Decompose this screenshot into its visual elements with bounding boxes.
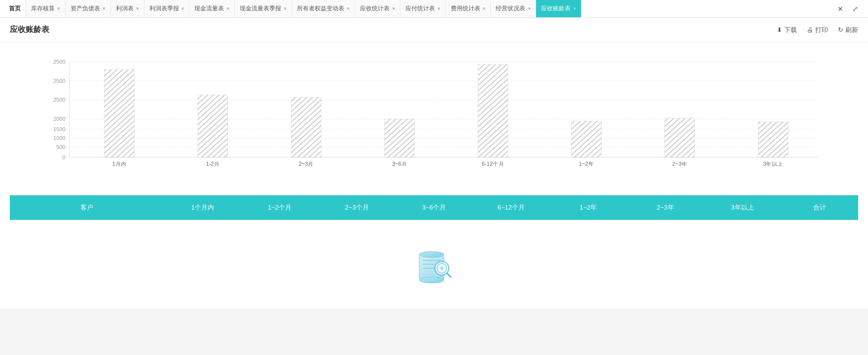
svg-point-36 bbox=[419, 251, 444, 257]
svg-text:2500: 2500 bbox=[53, 97, 66, 103]
svg-rect-26 bbox=[478, 65, 508, 157]
window-close-button[interactable]: ✕ bbox=[835, 4, 845, 14]
svg-text:2500: 2500 bbox=[53, 59, 66, 64]
svg-rect-24 bbox=[385, 119, 415, 158]
svg-text:1500: 1500 bbox=[53, 126, 66, 132]
svg-text:1000: 1000 bbox=[53, 135, 66, 141]
svg-text:1-2月: 1-2月 bbox=[206, 161, 220, 166]
col-2-3m: 2~3个月 bbox=[318, 195, 395, 220]
svg-text:0: 0 bbox=[62, 154, 65, 160]
col-customer: 客户 bbox=[10, 195, 164, 220]
tab-close-ar-stats[interactable]: × bbox=[392, 6, 395, 11]
svg-text:2~3年: 2~3年 bbox=[672, 161, 687, 166]
svg-text:3~6月: 3~6月 bbox=[392, 161, 407, 166]
col-1m: 1个月内 bbox=[164, 195, 241, 220]
tab-home[interactable]: 首页 bbox=[4, 0, 26, 18]
tab-close-profit-quarter[interactable]: × bbox=[181, 6, 184, 11]
tab-equity[interactable]: 所有者权益变动表 × bbox=[292, 0, 355, 18]
svg-text:500: 500 bbox=[56, 144, 66, 150]
tab-ar-aging[interactable]: 应收账龄表 × bbox=[536, 0, 581, 18]
tab-close-inventory[interactable]: × bbox=[57, 6, 60, 11]
svg-rect-22 bbox=[291, 97, 321, 157]
tab-bar-right: ✕ ⤢ bbox=[835, 4, 864, 14]
svg-rect-32 bbox=[758, 122, 788, 157]
tab-cashflow-quarter[interactable]: 现金流量表季报 × bbox=[235, 0, 292, 18]
tab-close-expense[interactable]: × bbox=[483, 6, 486, 11]
tab-close-balance[interactable]: × bbox=[103, 6, 106, 11]
col-1-2m: 1~2个月 bbox=[241, 195, 318, 220]
svg-rect-28 bbox=[571, 121, 601, 157]
tab-operations[interactable]: 经营状况表 × bbox=[491, 0, 536, 18]
tab-close-ap-stats[interactable]: × bbox=[437, 6, 440, 11]
refresh-icon: ↻ bbox=[838, 26, 843, 34]
svg-point-37 bbox=[419, 277, 444, 283]
svg-text:6-12个月: 6-12个月 bbox=[482, 161, 504, 166]
print-button[interactable]: 🖨 打印 bbox=[807, 26, 828, 35]
col-3-6m: 3~6个月 bbox=[396, 195, 472, 220]
svg-text:2500: 2500 bbox=[53, 78, 66, 83]
tab-ar-stats[interactable]: 应收统计表 × bbox=[355, 0, 400, 18]
svg-rect-18 bbox=[105, 70, 135, 157]
svg-text:1月内: 1月内 bbox=[112, 161, 126, 166]
tab-expense[interactable]: 费用统计表 × bbox=[446, 0, 491, 18]
page-title: 应收账龄表 bbox=[10, 25, 49, 35]
col-2-3y: 2~3年 bbox=[627, 195, 704, 220]
tab-cashflow[interactable]: 现金流量表 × bbox=[189, 0, 235, 18]
tab-close-ar-aging[interactable]: × bbox=[573, 6, 576, 11]
table-header: 客户 1个月内 1~2个月 2~3个月 3~6个月 6~12个月 1~2年 2~… bbox=[10, 195, 858, 220]
svg-text:1~2年: 1~2年 bbox=[579, 161, 594, 166]
print-icon: 🖨 bbox=[807, 26, 813, 34]
col-total: 合计 bbox=[781, 195, 858, 220]
header-actions: ⬇ 下载 🖨 打印 ↻ 刷新 bbox=[777, 26, 858, 35]
col-3y-plus: 3年以上 bbox=[704, 195, 781, 220]
empty-icon bbox=[409, 240, 459, 289]
main-content: 2500 2500 2500 2000 1500 1000 500 0 1月内 … bbox=[0, 42, 868, 309]
svg-text:3年以上: 3年以上 bbox=[763, 161, 783, 166]
tab-inventory[interactable]: 库存核算 × bbox=[26, 0, 66, 18]
tab-close-cashflow[interactable]: × bbox=[226, 6, 229, 11]
tab-close-profit[interactable]: × bbox=[136, 6, 139, 11]
tab-ap-stats[interactable]: 应付统计表 × bbox=[400, 0, 446, 18]
tab-bar: 首页 库存核算 × 资产负债表 × 利润表 × 利润表季报 × 现金流量表 × … bbox=[0, 0, 868, 18]
tab-balance[interactable]: 资产负债表 × bbox=[66, 0, 111, 18]
col-1-2y: 1~2年 bbox=[550, 195, 627, 220]
col-6-12m: 6~12个月 bbox=[472, 195, 549, 220]
refresh-button[interactable]: ↻ 刷新 bbox=[838, 26, 858, 35]
svg-text:2000: 2000 bbox=[53, 116, 66, 122]
tab-profit[interactable]: 利润表 × bbox=[111, 0, 145, 18]
page-header: 应收账龄表 ⬇ 下载 🖨 打印 ↻ 刷新 bbox=[0, 18, 868, 42]
svg-rect-20 bbox=[198, 95, 228, 157]
tab-close-operations[interactable]: × bbox=[528, 6, 531, 11]
bar-chart: 2500 2500 2500 2000 1500 1000 500 0 1月内 … bbox=[39, 57, 829, 176]
download-button[interactable]: ⬇ 下载 bbox=[777, 26, 797, 35]
empty-state bbox=[10, 220, 858, 299]
tab-close-cashflow-quarter[interactable]: × bbox=[284, 6, 287, 11]
window-maximize-button[interactable]: ⤢ bbox=[850, 4, 860, 14]
svg-rect-30 bbox=[665, 118, 695, 157]
tab-close-equity[interactable]: × bbox=[347, 6, 350, 11]
svg-line-45 bbox=[447, 273, 451, 277]
svg-text:2~3月: 2~3月 bbox=[299, 161, 314, 166]
download-icon: ⬇ bbox=[777, 26, 782, 34]
tab-profit-quarter[interactable]: 利润表季报 × bbox=[145, 0, 190, 18]
chart-area: 2500 2500 2500 2000 1500 1000 500 0 1月内 … bbox=[10, 52, 858, 195]
